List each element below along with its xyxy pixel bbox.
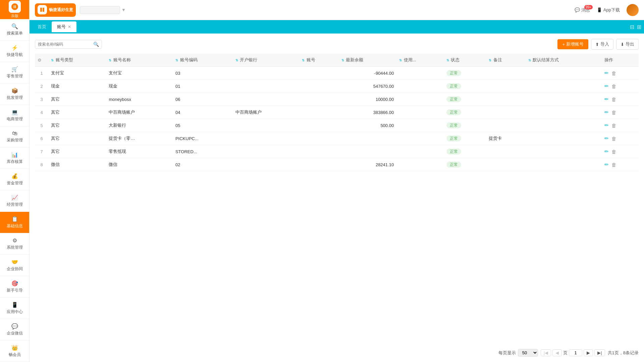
- app-download-button[interactable]: 📱 App下载: [597, 7, 620, 13]
- cell-account: [299, 67, 338, 80]
- cell-balance: 500.00: [339, 119, 396, 132]
- edit-icon[interactable]: ✏: [604, 122, 609, 128]
- sidebar-item-label: 畅会员: [9, 352, 21, 358]
- top-logo-icon: [38, 5, 47, 14]
- th-default-payment-label: 默认结算方式: [533, 57, 559, 62]
- import-button[interactable]: ⬆ 导入: [591, 39, 613, 50]
- th-account: ⇅ 账号: [299, 54, 338, 67]
- cell-usage: [396, 106, 443, 119]
- sidebar-item-agreement[interactable]: 🤝 企业协同: [0, 255, 29, 276]
- edit-icon[interactable]: ✏: [604, 96, 609, 102]
- sidebar-item-ecommerce[interactable]: 💻 电商管理: [0, 105, 29, 126]
- th-code-label: 账号编码: [180, 57, 198, 62]
- tab-account[interactable]: 账号 ✕: [52, 21, 76, 32]
- add-button-label: 新增账号: [566, 41, 584, 47]
- cell-remark: [486, 106, 525, 119]
- th-type: ⇅ 账号类型: [48, 54, 106, 67]
- sidebar-item-retail[interactable]: 🛒 零售管理: [0, 62, 29, 83]
- delete-icon[interactable]: 🗑: [611, 123, 616, 128]
- search-input[interactable]: [38, 42, 93, 47]
- tab-maximize-icon[interactable]: ⊞: [637, 24, 641, 30]
- sidebar-item-label: 批发管理: [7, 95, 23, 101]
- ecommerce-icon: 💻: [11, 109, 18, 115]
- toolbar: 🔍 + 新增账号 ⬆ 导入 ⬇ 导出: [35, 39, 639, 50]
- edit-icon[interactable]: ✏: [604, 148, 609, 155]
- cell-account: [299, 93, 338, 106]
- cell-usage: [396, 93, 443, 106]
- th-usage: ⇅ 使用...: [396, 54, 443, 67]
- sidebar-item-purchase[interactable]: 🛍 采购管理: [0, 126, 29, 147]
- delete-icon[interactable]: 🗑: [611, 136, 616, 141]
- sidebar-item-wechat[interactable]: 💬 企业微信: [0, 319, 29, 341]
- column-settings-icon[interactable]: ⚙: [38, 58, 42, 63]
- top-bar: 畅捷通好生意 ▼ 💬 消息 99+ 📱 App下载: [30, 0, 644, 20]
- main-area: 畅捷通好生意 ▼ 💬 消息 99+ 📱 App下载 首页 账号: [30, 0, 644, 362]
- sidebar-item-wholesale[interactable]: 📦 批发管理: [0, 83, 29, 105]
- th-type-label: 账号类型: [56, 57, 73, 62]
- edit-icon[interactable]: ✏: [604, 70, 609, 76]
- sidebar-item-label: 电商管理: [7, 116, 23, 122]
- cell-status: 正常: [444, 132, 486, 145]
- status-badge: 正常: [446, 96, 461, 102]
- th-code: ⇅ 账号编码: [173, 54, 233, 67]
- sidebar-item-operations[interactable]: 📈 经营管理: [0, 190, 29, 212]
- cell-name: 零售抵现: [106, 145, 173, 158]
- per-page-select[interactable]: 50 100 200: [518, 349, 538, 357]
- accounts-table: ⚙ ⇅ 账号类型 ⇅ 账号名称 ⇅ 账号编码: [35, 54, 639, 171]
- content-area: 🔍 + 新增账号 ⬆ 导入 ⬇ 导出: [30, 34, 644, 362]
- agreement-icon: 🤝: [11, 259, 18, 265]
- page-prev-btn[interactable]: ◀: [552, 349, 562, 356]
- sidebar-item-inventory[interactable]: 📊 库存核算: [0, 147, 29, 169]
- sidebar-item-finance[interactable]: 💰 资金管理: [0, 169, 29, 190]
- search-icon[interactable]: 🔍: [93, 42, 99, 47]
- retail-icon: 🛒: [11, 66, 18, 72]
- shortcuts-icon: ⚡: [11, 45, 18, 51]
- cell-type: 现金: [48, 80, 106, 93]
- delete-icon[interactable]: 🗑: [611, 162, 616, 168]
- tab-home[interactable]: 首页: [32, 21, 52, 32]
- cell-actions: ✏ 🗑: [602, 93, 639, 106]
- sidebar-item-system[interactable]: ⚙ 系统管理: [0, 233, 29, 255]
- top-search-input[interactable]: [80, 6, 120, 14]
- sidebar-item-shortcuts[interactable]: ⚡ 快捷导航: [0, 41, 29, 62]
- edit-icon[interactable]: ✏: [604, 162, 609, 168]
- edit-icon[interactable]: ✏: [604, 135, 609, 141]
- page-last-btn[interactable]: ▶|: [594, 349, 605, 356]
- status-badge: 正常: [446, 148, 461, 155]
- sidebar-item-appcenter[interactable]: 📱 应用中心: [0, 298, 29, 319]
- delete-icon[interactable]: 🗑: [611, 149, 616, 155]
- page-first-btn[interactable]: |◀: [541, 349, 551, 356]
- cell-remark: [486, 145, 525, 158]
- edit-icon[interactable]: ✏: [604, 83, 609, 89]
- import-icon: ⬆: [595, 42, 599, 47]
- cell-account: [299, 106, 338, 119]
- cell-id: 4: [35, 106, 48, 119]
- search-menu-icon: 🔍: [11, 23, 18, 29]
- action-icons: ✏ 🗑: [604, 122, 636, 128]
- sidebar-item-label: 企业微信: [7, 330, 23, 336]
- cell-default-payment: [526, 67, 602, 80]
- cell-code: 04: [173, 106, 233, 119]
- sidebar-item-basic[interactable]: 📋 基础信息: [0, 212, 29, 233]
- delete-icon[interactable]: 🗑: [611, 70, 616, 76]
- add-account-button[interactable]: + 新增账号: [557, 39, 588, 49]
- delete-icon[interactable]: 🗑: [611, 110, 616, 115]
- cell-type: 其它: [48, 132, 106, 145]
- user-avatar[interactable]: [627, 4, 639, 16]
- sidebar-item-search[interactable]: 🔍 搜索菜单: [0, 19, 29, 41]
- cell-default-payment: [526, 80, 602, 93]
- cell-remark: [486, 93, 525, 106]
- tab-close-icon[interactable]: ✕: [68, 24, 71, 29]
- page-input[interactable]: [569, 349, 582, 356]
- tab-minimize-icon[interactable]: ⊟: [630, 24, 634, 30]
- export-button[interactable]: ⬇ 导出: [616, 39, 639, 50]
- sidebar-item-guide[interactable]: 🎯 新手引导: [0, 276, 29, 298]
- delete-icon[interactable]: 🗑: [611, 97, 616, 102]
- edit-icon[interactable]: ✏: [604, 109, 609, 115]
- top-dropdown-icon[interactable]: ▼: [121, 7, 126, 12]
- sidebar-item-member[interactable]: 👑 畅会员: [0, 341, 29, 362]
- table-row: 7 其它 零售抵现 STORED... 正常 ✏ 🗑: [35, 145, 639, 158]
- page-next-btn[interactable]: ▶: [584, 349, 593, 356]
- messages-button[interactable]: 💬 消息 99+: [575, 7, 590, 13]
- delete-icon[interactable]: 🗑: [611, 83, 616, 89]
